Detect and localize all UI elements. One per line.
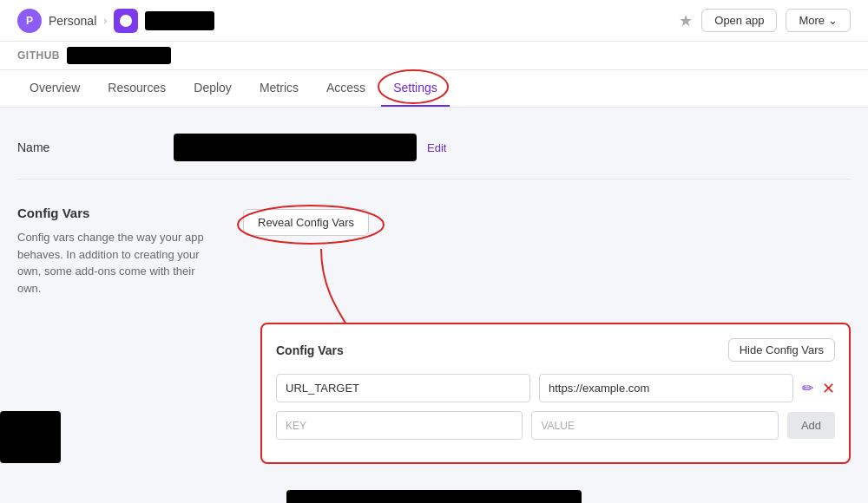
more-label: More — [799, 14, 825, 27]
tab-overview[interactable]: Overview — [17, 70, 92, 107]
more-button[interactable]: More ⌄ — [786, 9, 851, 32]
reveal-config-vars-button[interactable]: Reveal Config Vars — [243, 209, 369, 236]
config-var-row: ✏ ✕ — [276, 374, 835, 402]
tab-access[interactable]: Access — [314, 70, 378, 107]
avatar: P — [17, 9, 42, 33]
config-vars-description: Config vars change the way your app beha… — [17, 229, 208, 297]
svg-point-0 — [120, 15, 132, 27]
config-left-panel: Config Vars Config vars change the way y… — [17, 206, 208, 297]
name-value-redacted — [174, 134, 417, 161]
add-config-var-button[interactable]: Add — [787, 412, 835, 439]
main-content: Name Edit Config Vars Config vars change… — [0, 108, 868, 503]
config-vars-box-title: Config Vars — [276, 343, 344, 357]
config-vars-title: Config Vars — [17, 206, 208, 220]
app-name-redacted — [145, 11, 214, 30]
name-label: Name — [17, 140, 174, 154]
tab-metrics[interactable]: Metrics — [247, 70, 311, 107]
name-content: Edit — [174, 134, 446, 161]
github-repo-redacted — [67, 47, 171, 64]
github-label: GITHUB — [17, 49, 60, 62]
new-value-input[interactable] — [531, 411, 778, 440]
config-vars-expanded-box: Config Vars Hide Config Vars ✏ ✕ Add — [260, 323, 851, 464]
hide-config-vars-button[interactable]: Hide Config Vars — [728, 338, 835, 362]
settings-tab-wrapper: Settings — [381, 70, 450, 107]
open-app-button[interactable]: Open app — [701, 9, 777, 32]
new-key-input[interactable] — [276, 411, 523, 440]
breadcrumb-separator: › — [103, 15, 107, 27]
nav-tabs: Overview Resources Deploy Metrics Access… — [0, 70, 868, 108]
top-bar: P Personal › ★ Open app More ⌄ — [0, 0, 868, 42]
left-redacted-box — [0, 411, 61, 463]
edit-config-var-button[interactable]: ✏ — [802, 380, 813, 396]
github-bar: GITHUB — [0, 42, 868, 70]
config-vars-section: Config Vars Config vars change the way y… — [17, 206, 851, 314]
config-value-input[interactable] — [539, 374, 793, 402]
reveal-btn-wrapper: Reveal Config Vars — [243, 209, 369, 236]
star-button[interactable]: ★ — [679, 11, 693, 30]
personal-label: Personal — [49, 14, 96, 28]
chevron-down-icon: ⌄ — [828, 14, 838, 27]
config-right-panel: Reveal Config Vars — [243, 206, 851, 297]
top-bar-actions: ★ Open app More ⌄ — [679, 9, 851, 32]
config-vars-box-header: Config Vars Hide Config Vars — [276, 338, 835, 362]
tab-settings[interactable]: Settings — [381, 70, 450, 107]
tab-deploy[interactable]: Deploy — [181, 70, 244, 107]
bottom-redacted-bar — [286, 490, 582, 503]
config-key-input[interactable] — [276, 374, 530, 402]
config-section-wrapper: Config Vars Config vars change the way y… — [17, 206, 851, 464]
edit-name-link[interactable]: Edit — [427, 141, 446, 154]
bottom-bar-wrapper — [17, 481, 851, 503]
app-icon — [114, 9, 138, 33]
name-section: Name Edit — [17, 134, 851, 180]
breadcrumb: P Personal › — [17, 9, 214, 33]
delete-config-var-button[interactable]: ✕ — [822, 379, 835, 398]
tab-resources[interactable]: Resources — [95, 70, 178, 107]
new-config-var-row: Add — [276, 411, 835, 440]
